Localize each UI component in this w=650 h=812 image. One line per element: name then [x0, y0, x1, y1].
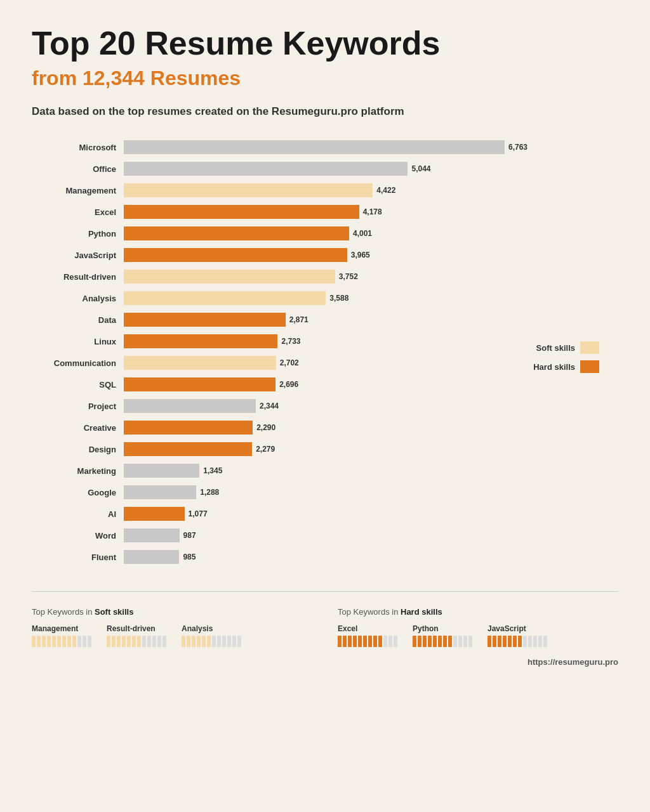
mini-bar-segment: [77, 636, 81, 647]
mini-bar-segment: [182, 636, 185, 647]
bar-container: 2,344: [124, 399, 618, 413]
mini-bar-segment: [72, 636, 76, 647]
mini-bar-segment: [88, 636, 91, 647]
hard-keywords-list: ExcelPythonJavaScript: [338, 624, 618, 647]
bar-value-label: 2,279: [256, 445, 275, 454]
mini-bar-segment: [227, 636, 231, 647]
keyword-item: Analysis: [182, 624, 241, 647]
mini-bar-segment: [42, 636, 46, 647]
mini-bar-segment: [47, 636, 51, 647]
mini-bar-segment: [358, 636, 362, 647]
bar-row: Microsoft6,763: [32, 138, 618, 156]
mini-bar-segment: [528, 636, 532, 647]
keyword-name: Analysis: [182, 624, 213, 633]
bar-label: Result-driven: [32, 272, 124, 282]
mini-bar-segment: [388, 636, 392, 647]
mini-bar-segment: [394, 636, 397, 647]
mini-bar-segment: [448, 636, 452, 647]
mini-bars: [32, 636, 91, 647]
mini-bar-segment: [463, 636, 467, 647]
bar-fill: [124, 550, 179, 564]
bar-container: 3,752: [124, 270, 618, 284]
keyword-name: Management: [32, 624, 78, 633]
bar-value-label: 3,965: [351, 251, 370, 259]
bar-label: Analysis: [32, 294, 124, 303]
mini-bar-segment: [353, 636, 357, 647]
bar-row: Office5,044: [32, 160, 618, 178]
mini-bar-segment: [232, 636, 236, 647]
legend-hard-label: Hard skills: [533, 362, 575, 372]
mini-bar-segment: [117, 636, 121, 647]
bar-value-label: 987: [183, 531, 196, 540]
mini-bar-segment: [518, 636, 522, 647]
legend-hard: Hard skills: [533, 360, 599, 373]
mini-bar-segment: [62, 636, 66, 647]
mini-bar-segment: [137, 636, 141, 647]
mini-bars: [107, 636, 166, 647]
bar-fill: [124, 528, 180, 542]
bar-container: 3,965: [124, 248, 618, 262]
mini-bar-segment: [192, 636, 196, 647]
bar-value-label: 1,288: [200, 488, 219, 497]
bar-row: Marketing1,345: [32, 462, 618, 480]
soft-skills-col: Top Keywords in Soft skills ManagementRe…: [32, 607, 312, 647]
mini-bar-segment: [57, 636, 61, 647]
mini-bar-segment: [52, 636, 56, 647]
mini-bar-segment: [338, 636, 342, 647]
bar-label: JavaScript: [32, 251, 124, 260]
bar-value-label: 985: [183, 553, 196, 561]
bar-label: SQL: [32, 380, 124, 390]
keyword-name: Excel: [338, 624, 357, 633]
bar-row: Communication2,702: [32, 354, 618, 372]
bar-row: Python4,001: [32, 225, 618, 242]
bar-fill: [124, 442, 252, 456]
mini-bar-segment: [32, 636, 36, 647]
legend-hard-box: [580, 360, 599, 373]
bar-container: 6,763: [124, 140, 618, 154]
mini-bar-segment: [112, 636, 116, 647]
mini-bar-segment: [147, 636, 151, 647]
bar-value-label: 4,001: [353, 229, 372, 238]
bar-value-label: 3,588: [329, 294, 348, 303]
mini-bar-segment: [488, 636, 491, 647]
bar-value-label: 5,044: [411, 164, 430, 173]
mini-bar-segment: [453, 636, 457, 647]
bar-label: Google: [32, 488, 124, 497]
bar-fill: [124, 421, 253, 435]
mini-bars: [488, 636, 547, 647]
bar-fill: [124, 291, 326, 305]
mini-bar-segment: [533, 636, 537, 647]
bar-row: Design2,279: [32, 440, 618, 458]
bar-container: 2,871: [124, 313, 618, 327]
bar-row: Analysis3,588: [32, 289, 618, 307]
keyword-name: JavaScript: [488, 624, 526, 633]
mini-bar-segment: [152, 636, 156, 647]
mini-bar-segment: [543, 636, 547, 647]
mini-bar-segment: [538, 636, 542, 647]
mini-bar-segment: [513, 636, 517, 647]
bar-value-label: 1,345: [203, 466, 222, 475]
mini-bar-segment: [503, 636, 507, 647]
bar-label: Microsoft: [32, 143, 124, 152]
bar-row: JavaScript3,965: [32, 246, 618, 264]
mini-bar-segment: [363, 636, 367, 647]
mini-bar-segment: [418, 636, 421, 647]
mini-bar-segment: [508, 636, 512, 647]
subtitle: from 12,344 Resumes: [32, 67, 618, 90]
mini-bar-segment: [378, 636, 382, 647]
legend-soft: Soft skills: [533, 341, 599, 354]
bar-fill: [124, 270, 335, 284]
bar-label: Communication: [32, 358, 124, 368]
mini-bar-segment: [468, 636, 472, 647]
bar-chart: Microsoft6,763Office5,044Management4,422…: [32, 138, 618, 566]
hard-skills-col: Top Keywords in Hard skills ExcelPythonJ…: [338, 607, 618, 647]
mini-bar-segment: [132, 636, 136, 647]
bar-fill: [124, 226, 349, 240]
bar-label: Fluent: [32, 553, 124, 562]
mini-bar-segment: [142, 636, 146, 647]
bar-container: 1,288: [124, 485, 618, 499]
bar-label: Management: [32, 186, 124, 195]
keyword-item: Excel: [338, 624, 397, 647]
bar-row: Result-driven3,752: [32, 268, 618, 285]
bar-label: Word: [32, 531, 124, 540]
